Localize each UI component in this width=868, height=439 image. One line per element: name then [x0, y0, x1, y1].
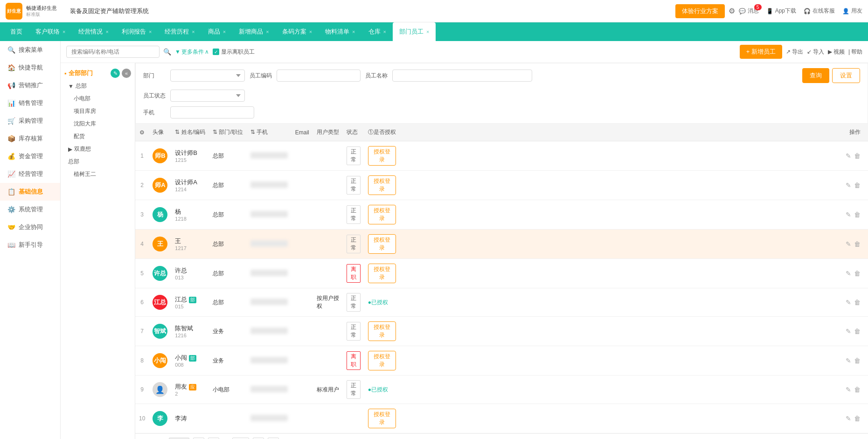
- close-icon[interactable]: ×: [309, 29, 312, 35]
- search-button[interactable]: 🔍: [163, 48, 171, 56]
- auth-button[interactable]: 授权登录: [368, 234, 396, 254]
- search-input[interactable]: [66, 46, 160, 58]
- tab-warehouse[interactable]: 仓库×: [362, 22, 393, 41]
- dept-tree-collapse-button[interactable]: «: [122, 69, 131, 78]
- sidebar-item-enterprise[interactable]: 🤝 企业协同: [0, 218, 60, 236]
- more-filters-button[interactable]: ▼ 更多条件 ∧: [175, 48, 209, 56]
- phone-cell: [247, 317, 292, 346]
- auth-button[interactable]: 授权登录: [368, 205, 396, 224]
- online-service-button[interactable]: 🎧 在线客服: [804, 7, 835, 15]
- tab-employee[interactable]: 部门员工×: [393, 22, 436, 41]
- tab-profit[interactable]: 利润报告×: [115, 22, 158, 41]
- sidebar-item-system[interactable]: ⚙️ 系统管理: [0, 201, 60, 218]
- edit-button[interactable]: ✎: [846, 152, 851, 160]
- tab-home[interactable]: 首页: [4, 22, 29, 41]
- message-button[interactable]: 💬 消息 5: [739, 7, 759, 15]
- close-icon[interactable]: ×: [266, 29, 269, 35]
- col-dept[interactable]: ⇅ 部门/职位: [209, 124, 247, 141]
- view-button[interactable]: ▶ 视频: [828, 48, 845, 56]
- emp-name-input[interactable]: [392, 70, 532, 82]
- dept-select[interactable]: [170, 70, 245, 82]
- tab-new-goods[interactable]: 新增商品×: [232, 22, 275, 41]
- sidebar-item-operation[interactable]: 📈 经营管理: [0, 165, 60, 183]
- nav-tabs: 首页 客户联络× 经营情况× 利润报告× 经营历程× 商品× 新增商品× 条码方…: [0, 22, 868, 41]
- tab-journey[interactable]: 经营历程×: [158, 22, 201, 41]
- delete-button[interactable]: 🗑: [854, 357, 861, 364]
- export-button[interactable]: ↗ 导出: [786, 48, 803, 56]
- auth-button[interactable]: 授权登录: [368, 351, 396, 370]
- sidebar-item-basic[interactable]: 📋 基础信息: [0, 183, 60, 201]
- sidebar-item-inventory[interactable]: 📦 库存核算: [0, 130, 60, 147]
- edit-button[interactable]: ✎: [846, 299, 851, 306]
- emp-code-input[interactable]: [277, 70, 361, 82]
- import-button[interactable]: ↙ 导入: [807, 48, 824, 56]
- delete-button[interactable]: 🗑: [854, 211, 861, 218]
- emp-status-select[interactable]: [170, 90, 245, 102]
- dept-tree-item-shenyang[interactable]: 沈阳大库: [61, 118, 135, 130]
- col-name[interactable]: ⇅ 姓名/编码: [171, 124, 209, 141]
- dept-tree-item-peihuo[interactable]: 配货: [61, 130, 135, 143]
- auth-button[interactable]: 授权登录: [368, 264, 396, 283]
- close-icon[interactable]: ×: [149, 29, 152, 35]
- dept-tree-item-zongbu[interactable]: ▼ 总部: [61, 80, 135, 92]
- auth-button[interactable]: 授权登录: [368, 321, 396, 341]
- app-download-button[interactable]: 📱 App下载: [766, 7, 796, 15]
- user-menu[interactable]: 👤 用友: [842, 7, 862, 15]
- delete-button[interactable]: 🗑: [854, 328, 861, 335]
- dept-tree-item-xiaodianbu[interactable]: 小电部: [61, 92, 135, 105]
- query-button[interactable]: 查询: [802, 68, 829, 83]
- edit-button[interactable]: ✎: [846, 357, 851, 364]
- close-icon[interactable]: ×: [352, 29, 355, 35]
- edit-button[interactable]: ✎: [846, 386, 851, 393]
- delete-button[interactable]: 🗑: [854, 240, 861, 248]
- auth-button[interactable]: 授权登录: [368, 146, 396, 166]
- tab-operation[interactable]: 经营情况×: [72, 22, 115, 41]
- delete-button[interactable]: 🗑: [854, 299, 861, 306]
- edit-button[interactable]: ✎: [846, 211, 851, 218]
- tab-barcode[interactable]: 条码方案×: [276, 22, 319, 41]
- auth-button[interactable]: 授权登录: [368, 409, 396, 428]
- close-icon[interactable]: ×: [105, 29, 108, 35]
- sidebar-item-guide[interactable]: 📖 新手引导: [0, 236, 60, 254]
- delete-button[interactable]: 🗑: [854, 270, 861, 277]
- auth-button[interactable]: 授权登录: [368, 175, 396, 195]
- delete-button[interactable]: 🗑: [854, 386, 861, 393]
- dept-tree-edit-button[interactable]: ✎: [111, 69, 120, 78]
- tab-bom[interactable]: 物料清单×: [319, 22, 361, 41]
- settings-button[interactable]: 设置: [832, 68, 860, 83]
- col-settings[interactable]: ⚙: [135, 124, 149, 141]
- help-button[interactable]: | 帮助: [848, 48, 862, 56]
- sidebar-item-sales[interactable]: 📊 销售管理: [0, 94, 60, 112]
- gear-icon[interactable]: ⚙: [729, 7, 735, 15]
- col-phone[interactable]: ⇅ 手机: [247, 124, 292, 141]
- tab-customer[interactable]: 客户联络×: [29, 22, 72, 41]
- sidebar-item-quick-nav[interactable]: 🏠 快捷导航: [0, 59, 60, 77]
- close-icon[interactable]: ×: [426, 29, 429, 35]
- edit-button[interactable]: ✎: [846, 181, 851, 189]
- phone-input[interactable]: [170, 106, 254, 118]
- delete-button[interactable]: 🗑: [854, 152, 861, 160]
- close-icon[interactable]: ×: [62, 29, 65, 35]
- delete-button[interactable]: 🗑: [854, 181, 861, 189]
- sidebar-item-purchase[interactable]: 🛒 采购管理: [0, 112, 60, 130]
- close-icon[interactable]: ×: [383, 29, 386, 35]
- dept-tree-item-zhishu[interactable]: 植树王二: [61, 168, 135, 181]
- sidebar-item-marketing[interactable]: 📢 营销推广: [0, 77, 60, 94]
- edit-button[interactable]: ✎: [846, 415, 851, 422]
- delete-button[interactable]: 🗑: [854, 415, 861, 422]
- close-icon[interactable]: ×: [223, 29, 226, 35]
- add-employee-button[interactable]: + 新增员工: [740, 45, 782, 59]
- edit-button[interactable]: ✎: [846, 240, 851, 248]
- tab-goods[interactable]: 商品×: [201, 22, 232, 41]
- sidebar-item-finance[interactable]: 💰 资金管理: [0, 147, 60, 165]
- close-icon[interactable]: ×: [192, 29, 194, 35]
- sidebar-item-search-menu[interactable]: 🔍 搜索菜单: [0, 41, 60, 59]
- show-resigned-checkbox-label[interactable]: ✓ 显示离职员工: [213, 48, 255, 56]
- dept-tree-item-xiangmu[interactable]: 项目库房: [61, 105, 135, 118]
- dept-tree-item-shuangluxiang[interactable]: ▶ 双鹿想: [61, 143, 135, 155]
- dept-tree-item-zongbu2[interactable]: 总部: [61, 155, 135, 168]
- edit-button[interactable]: ✎: [846, 328, 851, 335]
- search-menu-icon: 🔍: [7, 46, 15, 54]
- trial-button[interactable]: 体验行业方案: [675, 4, 725, 18]
- edit-button[interactable]: ✎: [846, 270, 851, 277]
